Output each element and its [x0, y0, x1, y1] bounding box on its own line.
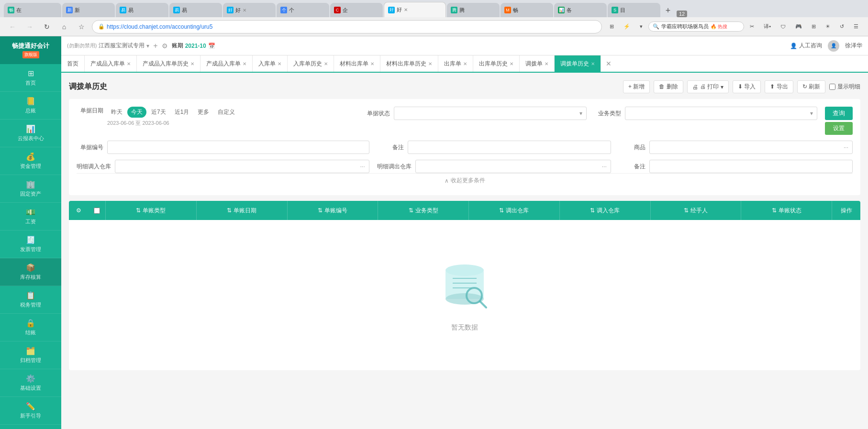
sidebar-item-member[interactable]: V 畅会员 [0, 425, 61, 429]
detail-in-selector[interactable]: ··· [115, 160, 369, 173]
note-input[interactable] [408, 141, 611, 154]
th-handler[interactable]: ⇅ 经手人 [650, 201, 741, 220]
theme-button[interactable]: ☀ [822, 22, 834, 32]
sidebar-item-report[interactable]: 📊 云报表中心 [0, 120, 61, 147]
date-btn-more[interactable]: 更多 [194, 107, 213, 118]
print-button[interactable]: 🖨 🖨 打印 ▾ [687, 80, 729, 93]
th-in-warehouse[interactable]: ⇅ 调入仓库 [559, 201, 650, 220]
goods-selector[interactable]: ··· [649, 141, 853, 154]
th-business-type[interactable]: ⇅ 业务类型 [378, 201, 468, 220]
browser-tab-3[interactable]: 易 易 [116, 3, 168, 17]
page-tab-5-close[interactable]: ✕ [324, 61, 328, 66]
back-button[interactable]: ← [6, 20, 19, 33]
page-tab-4[interactable]: 入库单 ✕ [253, 55, 288, 72]
delete-button[interactable]: 🗑 删除 [654, 80, 683, 93]
user-avatar[interactable]: 👤 [828, 40, 839, 52]
sidebar-item-invoice[interactable]: 🧾 发票管理 [0, 231, 61, 258]
sidebar-item-guide[interactable]: ✏️ 新手引导 [0, 397, 61, 425]
new-tab-button[interactable]: + [661, 4, 675, 17]
address-input[interactable]: 🔒 https://cloud.chanjet.com/accounting/u… [92, 20, 602, 33]
backup-input[interactable] [649, 160, 853, 173]
page-tab-home[interactable]: 首页 [61, 55, 85, 72]
status-select[interactable]: ▾ [394, 107, 586, 120]
cut-icon[interactable]: ✂ [746, 22, 758, 32]
page-tab-1[interactable]: 产成品入库单 ✕ [85, 55, 137, 72]
refresh-page-button[interactable]: ↻ 刷新 [797, 80, 825, 93]
summary-checkbox-input[interactable] [829, 84, 835, 90]
table-settings-button[interactable]: ⚙ [69, 201, 88, 220]
browser-tab-6[interactable]: 个 个 [277, 3, 329, 17]
dropdown-button[interactable]: ▾ [636, 22, 646, 32]
business-type-select[interactable]: ▾ [625, 107, 817, 120]
import-button[interactable]: ⬇ 导入 [733, 80, 761, 93]
browser-tab-12[interactable]: S 目 [608, 3, 660, 17]
page-tab-8-close[interactable]: ✕ [463, 61, 467, 66]
th-order-no[interactable]: ⇅ 单账编号 [287, 201, 378, 220]
username[interactable]: 徐泽华 [845, 42, 862, 50]
sidebar-item-ledger[interactable]: 📒 总账 [0, 92, 61, 120]
sidebar-item-close[interactable]: 🔒 结账 [0, 314, 61, 341]
detail-out-selector[interactable]: ··· [415, 160, 611, 173]
company-selector[interactable]: (勿删勿禁用) 江西服宝测试专用 ▾ [67, 42, 149, 50]
browser-tab-9[interactable]: 腾 腾 [447, 3, 500, 17]
page-tab-9[interactable]: 出库单历史 ✕ [473, 55, 520, 72]
page-tab-4-close[interactable]: ✕ [278, 61, 281, 66]
game-button[interactable]: 🎮 [791, 22, 806, 32]
export-button[interactable]: ⬆ 导出 [765, 80, 793, 93]
browser-tab-10[interactable]: M 畅 [501, 3, 553, 17]
home-button[interactable]: ⌂ [57, 20, 71, 33]
tab-close-5[interactable]: ✕ [243, 8, 246, 13]
page-tab-8[interactable]: 出库单 ✕ [438, 55, 473, 72]
page-tab-10[interactable]: 调拨单 ✕ [520, 55, 555, 72]
date-btn-custom[interactable]: 自定义 [214, 107, 239, 118]
page-tab-1-close[interactable]: ✕ [127, 61, 131, 66]
page-tab-active[interactable]: 调拨单历史 ✕ [555, 55, 601, 72]
th-order-status[interactable]: ⇅ 单账状态 [741, 201, 832, 220]
menu-button[interactable]: ☰ [850, 22, 862, 32]
page-tab-3[interactable]: 产成品入库单 ✕ [200, 55, 253, 72]
page-tab-7-close[interactable]: ✕ [428, 61, 432, 66]
browser-tab-8[interactable]: 好 好 ✕ [384, 2, 446, 17]
undo-button[interactable]: ↺ [836, 22, 848, 32]
page-tab-5[interactable]: 入库单历史 ✕ [288, 55, 334, 72]
query-button[interactable]: 查询 [825, 107, 853, 120]
sidebar-item-archive[interactable]: 🗂️ 归档管理 [0, 341, 61, 369]
calendar-icon[interactable]: 📅 [208, 43, 215, 49]
page-tab-6[interactable]: 材料出库单 ✕ [334, 55, 380, 72]
favorite-button[interactable]: ☆ [75, 20, 88, 33]
translate-button[interactable]: 译• [760, 21, 775, 32]
lightning-button[interactable]: ⚡ [620, 22, 634, 32]
sidebar-item-wage[interactable]: 💵 工资 [0, 203, 61, 231]
table-select-all[interactable] [88, 201, 105, 220]
browser-tab-2[interactable]: 新 新 [62, 3, 115, 17]
browser-tab-4[interactable]: 易 易 [169, 3, 222, 17]
extensions-button[interactable]: ⊞ [606, 22, 618, 32]
page-tab-2-close[interactable]: ✕ [190, 61, 194, 66]
search-bar[interactable]: 🔍 学霸应聘职场驱鸟员 🔥 热搜 [648, 22, 744, 32]
show-summary-checkbox[interactable]: 显示明细 [829, 83, 860, 91]
settings-gear-button[interactable]: ⚙ [162, 42, 168, 50]
page-tab-active-close[interactable]: ✕ [591, 61, 595, 66]
forward-button[interactable]: → [23, 20, 36, 33]
sidebar-item-fixed[interactable]: 🏢 固定资产 [0, 175, 61, 203]
page-tab-6-close[interactable]: ✕ [370, 61, 374, 66]
page-tab-9-close[interactable]: ✕ [510, 61, 513, 66]
th-out-warehouse[interactable]: ⇅ 调出仓库 [468, 201, 559, 220]
page-tab-7[interactable]: 材料出库单历史 ✕ [380, 55, 438, 72]
sidebar-item-home[interactable]: ⊞ 首页 [0, 64, 61, 92]
add-company-button[interactable]: + [153, 42, 157, 50]
th-order-type[interactable]: ⇅ 单账类型 [105, 201, 196, 220]
date-btn-1month[interactable]: 近1月 [171, 107, 193, 118]
sidebar-item-settings[interactable]: ⚙️ 基础设置 [0, 369, 61, 397]
page-tab-2[interactable]: 产成品入库单历史 ✕ [137, 55, 200, 72]
browser-tab-5[interactable]: 好 好 ✕ [223, 3, 276, 17]
refresh-button[interactable]: ↻ [40, 20, 54, 33]
date-btn-today[interactable]: 今天 [127, 107, 146, 118]
grid-button[interactable]: ⊞ [808, 22, 820, 32]
page-tab-3-close[interactable]: ✕ [243, 61, 246, 66]
page-tab-10-close[interactable]: ✕ [545, 61, 548, 66]
customer-service-button[interactable]: 👤 人工咨询 [790, 42, 822, 50]
browser-tab-7[interactable]: C 企 [330, 3, 383, 17]
order-no-input[interactable] [107, 141, 369, 154]
select-all-checkbox[interactable] [94, 208, 100, 214]
